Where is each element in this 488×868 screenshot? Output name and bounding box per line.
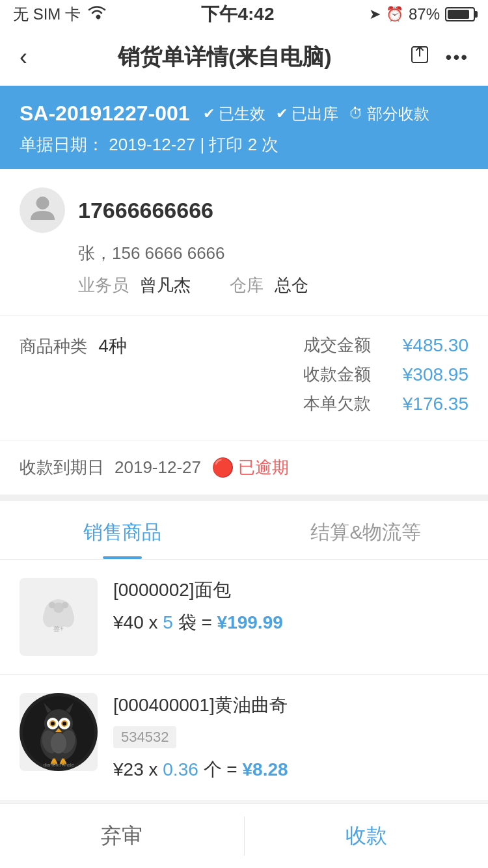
product-details-2: [000400001]黄油曲奇 534532 ¥23 x 0.36 个 = ¥8… <box>113 693 468 782</box>
product-kinds-value: 4种 <box>98 336 127 356</box>
status-right: ➤ ⏰ 87% <box>369 5 475 23</box>
order-header: SA-20191227-001 ✔ 已生效 ✔ 已出库 ⏱ 部分收款 单据日期：… <box>0 86 488 169</box>
alarm-icon: ⏰ <box>386 6 403 23</box>
customer-meta: 业务员 曾凡杰 仓库 总仓 <box>20 274 468 297</box>
check-icon-1: ✔ <box>203 105 215 122</box>
product-details-1: [0000002]面包 ¥40 x 5 袋 = ¥199.99 <box>113 578 468 635</box>
product-list: 兽+ [0000002]面包 ¥40 x 5 袋 = ¥199.99 <box>0 560 488 801</box>
product-item-2: diamond whale [000400001]黄油曲奇 534532 ¥23… <box>0 675 488 801</box>
due-date-label: 收款到期日 <box>20 456 104 479</box>
tab-settlement[interactable]: 结算&物流等 <box>244 501 488 559</box>
order-header-top: SA-20191227-001 ✔ 已生效 ✔ 已出库 ⏱ 部分收款 <box>20 102 468 126</box>
owl-image: diamond whale <box>20 693 98 771</box>
product-tag-2: 534532 <box>113 726 176 748</box>
svg-point-6 <box>49 602 55 608</box>
overdue-icon: 🔴 <box>211 457 234 478</box>
deal-amount-label: 成交金额 <box>303 334 371 357</box>
sales-person-value: 曾凡杰 <box>140 275 191 295</box>
status-badges: ✔ 已生效 ✔ 已出库 ⏱ 部分收款 <box>203 103 429 124</box>
product-total-2: ¥8.28 <box>242 759 288 780</box>
location-icon: ➤ <box>369 6 381 23</box>
status-time: 下午4:42 <box>201 2 274 27</box>
page-title: 销货单详情(来自电脑) <box>40 42 409 72</box>
product-kinds: 商品种类 4种 <box>20 334 127 359</box>
wifi-icon <box>87 5 107 23</box>
customer-id: 17666666666 <box>78 198 213 223</box>
carrier-text: 无 SIM 卡 <box>13 4 81 25</box>
back-button[interactable]: ‹ <box>20 44 27 71</box>
bottom-toolbar: 弃审 收款 <box>0 803 488 868</box>
tab-sales-products[interactable]: 销售商品 <box>0 501 244 559</box>
product-name-1: [0000002]面包 <box>113 578 468 603</box>
tabs: 销售商品 结算&物流等 <box>0 501 488 560</box>
sales-label: 业务员 <box>78 275 129 295</box>
deal-amount-row: 成交金额 ¥485.30 <box>303 334 468 357</box>
owed-label: 本单欠款 <box>303 392 371 415</box>
svg-point-7 <box>62 602 68 608</box>
owed-row: 本单欠款 ¥176.35 <box>303 392 468 415</box>
svg-text:diamond whale: diamond whale <box>43 763 74 767</box>
battery-percent: 87% <box>409 5 440 23</box>
product-price-1: ¥40 x 5 袋 = ¥199.99 <box>113 610 468 635</box>
status-bar: 无 SIM 卡 下午4:42 ➤ ⏰ 87% <box>0 0 488 29</box>
received-label: 收款金额 <box>303 363 371 386</box>
share-button[interactable] <box>409 44 430 70</box>
received-row: 收款金额 ¥308.95 <box>303 363 468 386</box>
nav-bar: ‹ 销货单详情(来自电脑) ••• <box>0 29 488 86</box>
product-price-2: ¥23 x 0.36 个 = ¥8.28 <box>113 757 468 782</box>
due-date-section: 收款到期日 2019-12-27 🔴 已逾期 <box>0 441 488 501</box>
order-date-row: 单据日期： 2019-12-27 | 打印 2 次 <box>20 133 468 156</box>
status-left: 无 SIM 卡 <box>13 4 107 25</box>
clock-icon: ⏱ <box>349 105 363 122</box>
product-item-1: 兽+ [0000002]面包 ¥40 x 5 袋 = ¥199.99 <box>0 560 488 675</box>
product-qty-1: 5 <box>163 612 173 632</box>
amounts: 成交金额 ¥485.30 收款金额 ¥308.95 本单欠款 ¥176.35 <box>303 334 468 422</box>
product-kinds-label: 商品种类 <box>20 336 87 356</box>
svg-point-19 <box>62 722 66 726</box>
cancel-button[interactable]: 弃审 <box>0 804 244 868</box>
warehouse-label: 仓库 <box>230 275 264 295</box>
product-total-1: ¥199.99 <box>217 612 283 632</box>
product-image-1: 兽+ <box>20 578 98 656</box>
received-value: ¥308.95 <box>384 364 468 385</box>
status-badge-shipped: ✔ 已出库 <box>276 103 338 124</box>
avatar <box>20 187 65 233</box>
customer-top: 17666666666 <box>20 187 468 233</box>
warehouse-info: 仓库 总仓 <box>230 274 308 297</box>
warehouse-value: 总仓 <box>275 275 308 295</box>
battery-icon <box>445 7 475 21</box>
due-date-value: 2019-12-27 <box>115 457 201 478</box>
sales-person-info: 业务员 曾凡杰 <box>78 274 191 297</box>
product-name-2: [000400001]黄油曲奇 <box>113 693 468 718</box>
order-number: SA-20191227-001 <box>20 102 190 126</box>
check-icon-2: ✔ <box>276 105 288 122</box>
customer-section: 17666666666 张，156 6666 6666 业务员 曾凡杰 仓库 总… <box>0 169 488 316</box>
svg-point-4 <box>61 609 74 627</box>
overdue-text: 已逾期 <box>238 456 289 479</box>
confirm-button[interactable]: 收款 <box>245 804 489 868</box>
deal-amount-value: ¥485.30 <box>384 335 468 356</box>
avatar-icon <box>28 193 57 228</box>
product-qty-2: 0.36 <box>163 759 198 780</box>
more-button[interactable]: ••• <box>446 47 468 68</box>
status-badge-effective: ✔ 已生效 <box>203 103 265 124</box>
owed-value: ¥176.35 <box>384 394 468 414</box>
svg-point-23 <box>51 733 66 753</box>
customer-name-phone: 张，156 6666 6666 <box>20 242 468 265</box>
status-badge-partial: ⏱ 部分收款 <box>349 103 429 124</box>
svg-point-1 <box>36 197 49 210</box>
stats-section: 商品种类 4种 成交金额 ¥485.30 收款金额 ¥308.95 本单欠款 ¥… <box>0 316 488 441</box>
svg-point-18 <box>51 722 55 726</box>
svg-text:兽+: 兽+ <box>53 625 64 632</box>
svg-point-3 <box>43 609 56 627</box>
product-image-2: diamond whale <box>20 693 98 771</box>
nav-actions: ••• <box>409 44 468 70</box>
overdue-badge: 🔴 已逾期 <box>211 456 289 479</box>
